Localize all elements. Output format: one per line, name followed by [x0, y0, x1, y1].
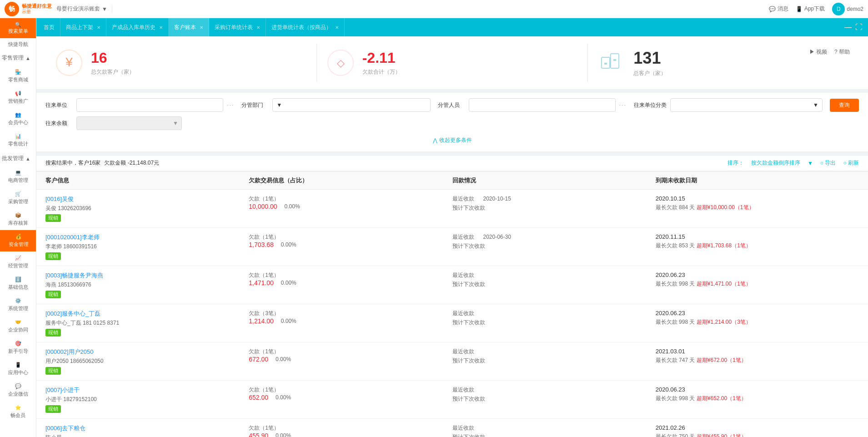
sidebar-search[interactable]: 🔍 搜索菜单 — [0, 18, 36, 38]
tab-production-history-close[interactable]: ✕ — [159, 25, 163, 30]
overdue-amount-0[interactable]: 超期¥10,000.00（1笔） — [697, 204, 754, 211]
overdue-amount-1[interactable]: 超期¥1,703.68（1笔） — [697, 242, 751, 249]
app-download-label: App下载 — [804, 5, 825, 13]
sidebar-item-retail-stats[interactable]: 📊 零售统计 — [0, 130, 36, 151]
cell-due-date-6: 2021.02.26 最长欠款 750 天 超期¥455.90（1笔） — [656, 424, 859, 437]
sidebar-item-wechat[interactable]: 💬 企业微信 — [0, 380, 36, 401]
tab-purchase-stats[interactable]: 采购订单统计表 ✕ — [209, 18, 266, 36]
latest-payment-6: 最近收款 — [452, 424, 656, 432]
sort-value[interactable]: 按欠款金额倒序排序 — [751, 159, 800, 167]
customer-name-1[interactable]: [0001020001]李老师 — [45, 233, 249, 241]
tab-customer-account[interactable]: 客户账本 ✕ — [169, 18, 209, 36]
customer-name-3[interactable]: [0002]服务中心_丁磊 — [45, 310, 249, 318]
sidebar-item-retail-mgmt[interactable]: 零售管理 ▲ — [0, 50, 36, 65]
sidebar-item-cooperation[interactable]: 🤝 企业协同 — [0, 316, 36, 337]
stat-value-debt-customers: 16 — [91, 50, 135, 66]
customer-phone-6: 陈小册 — [45, 434, 249, 437]
system-label: 系统管理 — [8, 305, 28, 312]
tab-production-history[interactable]: 产成品入库单历史 ✕ — [106, 18, 169, 36]
debt-amount-row-6: 455.90 0.00% — [249, 432, 452, 437]
filter-select-balance[interactable] — [76, 116, 182, 130]
tab-home[interactable]: 首页 — [38, 18, 60, 36]
user-name: demo2 — [847, 6, 863, 12]
sidebar-item-member[interactable]: 👥 会员中心 — [0, 108, 36, 130]
filter-select-unit-type[interactable]: ▼ — [670, 98, 823, 112]
video-btn[interactable]: ▶ 视频 — [809, 48, 827, 56]
debt-count-4: 欠款（1笔） — [249, 348, 452, 356]
cell-due-date-4: 2021.03.01 最长欠款 747 天 超期¥672.00（1笔） — [656, 348, 859, 364]
sidebar-item-guide[interactable]: 🎯 新手引导 — [0, 337, 36, 358]
dept-select-arrow: ▼ — [276, 102, 282, 108]
query-button[interactable]: 查询 — [830, 99, 859, 112]
tab-product-shelf-close[interactable]: ✕ — [97, 25, 100, 30]
stat-top-right: ▶ 视频 ? 帮助 — [809, 48, 850, 56]
tab-minimize-btn[interactable]: — — [844, 23, 852, 31]
cell-repayment-6: 最近收款 预计下次收款 — [452, 424, 656, 437]
customer-name-6[interactable]: [0006]去下粮仓 — [45, 424, 249, 432]
overdue-days-4: 最长欠款 747 天 — [656, 357, 697, 363]
customer-tag-3: 现销 — [45, 329, 61, 337]
filter-input-person[interactable] — [469, 98, 616, 112]
sidebar-item-finance[interactable]: 💰 资金管理 — [0, 230, 36, 251]
overdue-amount-5[interactable]: 超期¥652.00（1笔） — [697, 395, 747, 402]
purchase-icon: 🛒 — [15, 191, 21, 197]
next-payment-2: 预计下次收款 — [452, 281, 656, 288]
search-icon: 🔍 — [15, 22, 21, 27]
filter-select-dept[interactable]: ▼ — [272, 98, 430, 112]
latest-payment-1: 最近收款 2020-06-30 — [452, 233, 656, 241]
customer-name-0[interactable]: [0016]吴俊 — [45, 195, 249, 203]
overdue-days-6: 最长欠款 750 天 — [656, 433, 697, 437]
tab-goods-stats-close[interactable]: ✕ — [335, 25, 339, 30]
sidebar-item-marketing[interactable]: 📢 营销推广 — [0, 87, 36, 108]
sidebar-item-app-center[interactable]: 📱 应用中心 — [0, 358, 36, 380]
sidebar-item-retail-mall[interactable]: 🏪 零售商城 — [0, 65, 36, 87]
next-payment-0: 预计下次收款 — [452, 204, 656, 212]
refresh-btn[interactable]: ○ 刷新 — [843, 159, 859, 167]
sidebar-item-basic-info[interactable]: ℹ️ 基础信息 — [0, 273, 36, 294]
sort-arrow-icon[interactable]: ▼ — [808, 160, 813, 166]
due-date-6: 2021.02.26 — [656, 424, 859, 431]
overdue-amount-4[interactable]: 超期¥672.00（1笔） — [697, 357, 747, 363]
tab-production-history-label: 产成品入库单历史 — [112, 24, 156, 31]
collapse-btn[interactable]: ⋀ 收起更多条件 — [45, 135, 859, 146]
export-btn[interactable]: ○ 导出 — [820, 159, 836, 167]
customer-name-4[interactable]: [000002]用户2050 — [45, 348, 249, 356]
sidebar-item-purchase[interactable]: 🛒 采购管理 — [0, 187, 36, 209]
debt-amount-row-5: 652.00 0.00% — [249, 394, 452, 401]
overdue-days-0: 最长欠款 884 天 — [656, 204, 697, 211]
sidebar-item-inventory[interactable]: 📦 库存核算 — [0, 209, 36, 230]
sidebar-item-vip[interactable]: ⭐ 畅会员 — [0, 401, 36, 422]
filter-dots-person[interactable]: ··· — [619, 102, 627, 108]
tab-product-shelf[interactable]: 商品上下架 ✕ — [60, 18, 106, 36]
tab-goods-stats[interactable]: 进货单统计表（按商品） ✕ — [266, 18, 345, 36]
app-download-btn[interactable]: 📱 App下载 — [796, 5, 825, 13]
message-btn[interactable]: 💬 消息 — [769, 5, 788, 13]
filter-input-unit[interactable] — [76, 98, 223, 112]
sidebar-item-wholesale-mgmt[interactable]: 批发管理 ▲ — [0, 151, 36, 166]
overdue-amount-2[interactable]: 超期¥1,471.00（1笔） — [697, 281, 751, 287]
sidebar-item-system[interactable]: ⚙️ 系统管理 — [0, 294, 36, 316]
org-selector[interactable]: 母婴行业演示账套 ▼ — [52, 5, 112, 13]
overdue-amount-6[interactable]: 超期¥455.90（1笔） — [697, 433, 747, 437]
filter-dots-unit[interactable]: ··· — [227, 102, 234, 108]
basic-info-icon: ℹ️ — [15, 276, 21, 282]
customer-name-2[interactable]: [0003]畅捷服务尹海燕 — [45, 271, 249, 280]
tab-purchase-stats-close[interactable]: ✕ — [256, 25, 260, 30]
customer-name-5[interactable]: [0007]小进干 — [45, 386, 249, 394]
sidebar: 🔍 搜索菜单 快捷导航 零售管理 ▲ 🏪 零售商城 📢 营销推广 👥 会员中心 — [0, 18, 36, 437]
help-btn[interactable]: ? 帮助 — [834, 48, 850, 56]
tab-maximize-btn[interactable]: ⛶ — [855, 23, 863, 31]
cell-repayment-1: 最近收款 2020-06-30 预计下次收款 — [452, 233, 656, 250]
tab-purchase-stats-label: 采购订单统计表 — [215, 24, 253, 31]
stat-label-debt-total: 欠款合计（万） — [362, 68, 401, 76]
guide-icon: 🎯 — [15, 341, 21, 347]
sidebar-item-ecommerce[interactable]: 💻 电商管理 — [0, 166, 36, 187]
tab-customer-account-close[interactable]: ✕ — [200, 25, 203, 30]
message-label: 消息 — [778, 5, 788, 13]
customer-phone-4: 用户2050 18665062050 — [45, 357, 249, 365]
cell-debt-2: 欠款（1笔） 1,471.00 0.00% — [249, 271, 452, 286]
sidebar-item-business[interactable]: 📈 经营管理 — [0, 251, 36, 273]
overdue-amount-3[interactable]: 超期¥1,214.00（3笔） — [697, 319, 751, 325]
debt-count-1: 欠款（1笔） — [249, 233, 452, 241]
user-menu[interactable]: D demo2 — [832, 3, 863, 15]
